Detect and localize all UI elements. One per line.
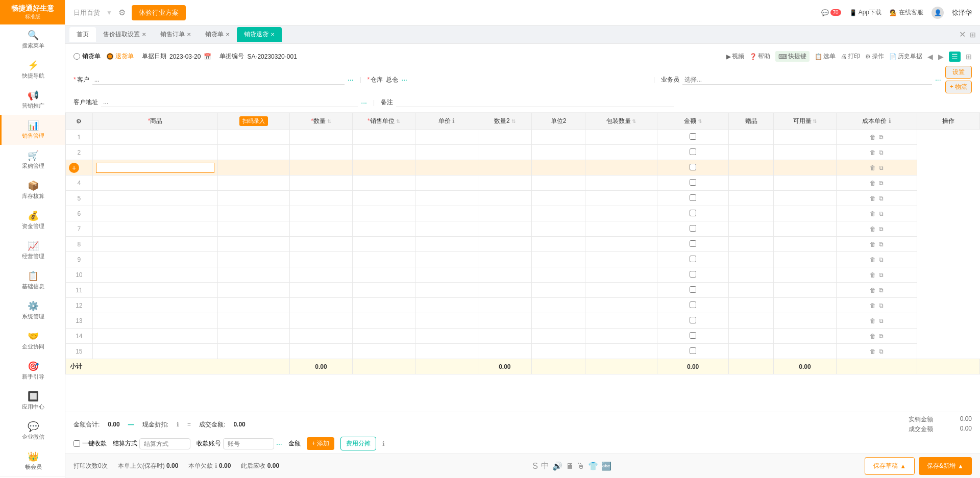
product-cell[interactable]	[92, 237, 218, 252]
fee-info-icon[interactable]: ℹ	[382, 440, 385, 447]
tab-sales-close[interactable]: ✕	[226, 32, 230, 37]
gift-checkbox[interactable]	[690, 240, 696, 247]
qty2-cell[interactable]	[415, 221, 478, 237]
price-cell[interactable]	[352, 160, 415, 175]
amount-cell[interactable]	[585, 221, 657, 237]
toolbar-operation[interactable]: ⚙ 操作	[865, 52, 884, 61]
copy-icon[interactable]: ⧉	[879, 149, 884, 156]
qty-cell[interactable]	[218, 298, 289, 313]
gift-checkbox[interactable]	[690, 347, 696, 354]
th-qty[interactable]: *数量	[289, 113, 352, 130]
unit-cell[interactable]	[289, 344, 352, 359]
copy-icon[interactable]: ⧉	[879, 180, 884, 187]
add-row-btn[interactable]: +	[69, 163, 79, 173]
copy-icon[interactable]: ⧉	[879, 210, 884, 217]
product-cell[interactable]	[92, 130, 218, 145]
product-cell[interactable]	[92, 160, 218, 175]
gift-cell[interactable]	[657, 237, 728, 252]
unit2-cell[interactable]	[478, 313, 531, 329]
copy-icon[interactable]: ⧉	[879, 164, 884, 171]
qty-cell[interactable]	[218, 329, 289, 344]
qty-cell[interactable]	[218, 130, 289, 145]
nav-next-btn[interactable]: ▶	[938, 53, 944, 61]
unit2-cell[interactable]	[478, 175, 531, 191]
unit2-cell[interactable]	[478, 344, 531, 359]
account-input[interactable]	[223, 438, 274, 449]
unit-cell[interactable]	[289, 221, 352, 237]
tab-close-icon[interactable]: ✕	[959, 30, 966, 39]
toolbar-print[interactable]: 🖨 打印	[841, 52, 860, 61]
pack-cell[interactable]	[532, 160, 585, 175]
pack-cell[interactable]	[532, 206, 585, 221]
th-settings[interactable]: ⚙	[66, 113, 93, 130]
pack-cell[interactable]	[532, 344, 585, 359]
qty2-cell[interactable]	[415, 344, 478, 359]
avail-cell[interactable]	[729, 175, 774, 191]
unit2-cell[interactable]	[478, 237, 531, 252]
tab-sales-order[interactable]: 销售订单 ✕	[153, 27, 198, 42]
cost-cell[interactable]	[774, 191, 837, 206]
amount-cell[interactable]	[585, 252, 657, 267]
unit2-cell[interactable]	[478, 298, 531, 313]
unit-cell[interactable]	[289, 237, 352, 252]
pack-cell[interactable]	[532, 267, 585, 283]
cost-cell[interactable]	[774, 344, 837, 359]
price-cell[interactable]	[352, 221, 415, 237]
tab-price-extract[interactable]: 售价提取设置 ✕	[96, 27, 153, 42]
qty2-cell[interactable]	[415, 283, 478, 298]
toolbar-shortcut[interactable]: ⌨ 快捷键	[775, 51, 810, 62]
pack-cell[interactable]	[532, 175, 585, 191]
delete-icon[interactable]: 🗑	[870, 256, 876, 263]
pack-cell[interactable]	[532, 191, 585, 206]
avail-cell[interactable]	[729, 267, 774, 283]
cost-cell[interactable]	[774, 221, 837, 237]
radio-sales-input[interactable]	[74, 53, 80, 60]
radio-return[interactable]: 退货单	[107, 52, 134, 61]
gift-checkbox[interactable]	[690, 332, 696, 339]
qty-cell[interactable]	[218, 160, 289, 175]
qty2-cell[interactable]	[415, 329, 478, 344]
product-cell[interactable]	[92, 221, 218, 237]
gift-cell[interactable]	[657, 191, 728, 206]
sidebar-item-purchase[interactable]: 🛒 采购管理	[0, 145, 65, 175]
qty2-cell[interactable]	[415, 206, 478, 221]
pack-cell[interactable]	[532, 145, 585, 160]
qty2-cell[interactable]	[415, 175, 478, 191]
delete-icon[interactable]: 🗑	[870, 225, 876, 233]
price-cell[interactable]	[352, 344, 415, 359]
qty2-cell[interactable]	[415, 237, 478, 252]
qty2-cell[interactable]	[415, 313, 478, 329]
gift-checkbox[interactable]	[690, 317, 696, 323]
gift-checkbox[interactable]	[690, 256, 696, 262]
sidebar-item-sales[interactable]: 📊 销售管理	[0, 115, 65, 145]
product-cell[interactable]	[92, 267, 218, 283]
gift-cell[interactable]	[657, 130, 728, 145]
delete-icon[interactable]: 🗑	[870, 149, 876, 156]
gift-cell[interactable]	[657, 160, 728, 175]
copy-icon[interactable]: ⧉	[879, 348, 884, 355]
gift-cell[interactable]	[657, 329, 728, 344]
qty-cell[interactable]	[218, 283, 289, 298]
qty-cell[interactable]	[218, 175, 289, 191]
discount-info-icon[interactable]: ℹ	[177, 421, 179, 428]
price-cell[interactable]	[352, 298, 415, 313]
unit-cell[interactable]	[289, 175, 352, 191]
amount-cell[interactable]	[585, 175, 657, 191]
unit-cell[interactable]	[289, 130, 352, 145]
sidebar-item-inventory[interactable]: 📦 库存核算	[0, 175, 65, 205]
avail-cell[interactable]	[729, 160, 774, 175]
delete-icon[interactable]: 🗑	[870, 134, 876, 141]
price-cell[interactable]	[352, 267, 415, 283]
avail-cell[interactable]	[729, 313, 774, 329]
sidebar-item-marketing[interactable]: 📢 营销推广	[0, 85, 65, 115]
avail-cell[interactable]	[729, 237, 774, 252]
qty2-cell[interactable]	[415, 130, 478, 145]
cost-cell[interactable]	[774, 313, 837, 329]
unit-cell[interactable]	[289, 160, 352, 175]
one-click-checkbox[interactable]	[74, 440, 80, 447]
toolbar-history[interactable]: 📄 历史单据	[889, 52, 922, 61]
history-owe-info[interactable]: ℹ	[215, 462, 217, 469]
gift-cell[interactable]	[657, 283, 728, 298]
gift-cell[interactable]	[657, 313, 728, 329]
settings-btn[interactable]: 设置	[945, 66, 972, 79]
